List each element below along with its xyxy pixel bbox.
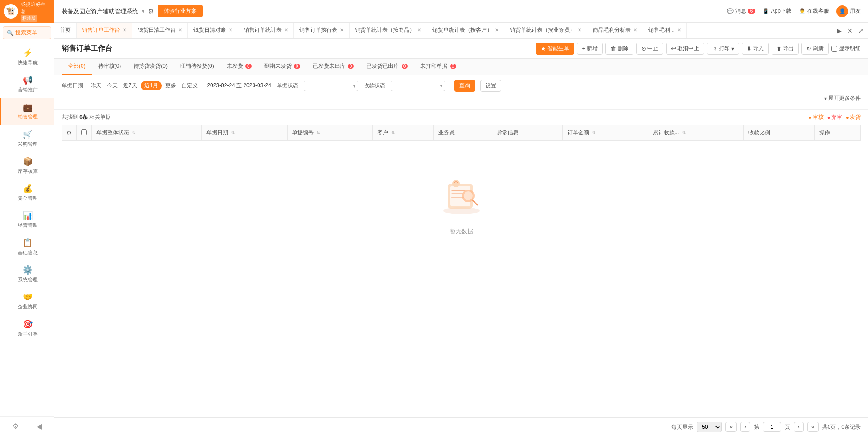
sub-tab-pending[interactable]: 待审核(0) — [92, 59, 128, 75]
select-all-checkbox[interactable] — [81, 129, 87, 135]
tab-close-cash-daily[interactable]: ✕ — [178, 28, 182, 33]
tab-close-sales-exec[interactable]: ✕ — [340, 28, 344, 33]
sidebar-item-newbie[interactable]: 🎯 新手引导 — [0, 315, 54, 342]
tab-close-summary-staff[interactable]: ✕ — [578, 28, 581, 33]
sidebar-item-enterprise[interactable]: 🤝 企业协同 — [0, 288, 54, 315]
sidebar-collapse-btn[interactable]: ◀ — [34, 420, 43, 432]
tab-sales-exec[interactable]: 销售订单执行表 ✕ — [294, 23, 350, 38]
date-opt-7days[interactable]: 近7天 — [121, 81, 139, 90]
sub-tab-all[interactable]: 全部(0) — [62, 59, 92, 75]
tab-cash-reconcile[interactable]: 钱货日清对账 ✕ — [188, 23, 238, 38]
sidebar-item-sales[interactable]: 💼 销售管理 — [0, 98, 54, 125]
payment-select-wrap — [391, 81, 445, 91]
show-detail-checkbox[interactable]: 显示明细 — [831, 45, 861, 52]
sub-tab-shipped-not-out[interactable]: 已发货未出库 0 — [307, 59, 360, 75]
first-page-btn[interactable]: « — [725, 422, 737, 432]
tab-close-sales-workbench[interactable]: ✕ — [123, 28, 126, 33]
refresh-button[interactable]: ↻ 刷新 — [801, 43, 829, 55]
tab-close-all-btn[interactable]: ✕ — [845, 26, 854, 35]
tab-close-sales-more[interactable]: ✕ — [677, 28, 681, 33]
tab-sales-summary-product[interactable]: 销货单统计表（按商品） ✕ — [350, 23, 427, 38]
export-button[interactable]: ⬆ 导出 — [772, 43, 799, 55]
sidebar-item-operations[interactable]: 📊 经营管理 — [0, 206, 54, 233]
payment-select[interactable] — [391, 81, 445, 91]
sidebar-item-basicinfo[interactable]: 📋 基础信息 — [0, 233, 54, 261]
tab-cash-daily[interactable]: 钱货日清工作台 ✕ — [132, 23, 188, 38]
tab-gross-profit[interactable]: 商品毛利分析表 ✕ — [587, 23, 643, 38]
approve-action-btn[interactable]: ● 审核 — [808, 114, 823, 121]
import-button[interactable]: ⬇ 导入 — [742, 43, 769, 55]
ship-action-btn[interactable]: ● 发货 — [846, 114, 861, 121]
sidebar-item-quicknav[interactable]: ⚡ 快捷导航 — [0, 43, 54, 71]
sidebar-item-purchase[interactable]: 🛒 采购管理 — [0, 125, 54, 152]
tab-maximize-btn[interactable]: ⤢ — [856, 26, 865, 35]
sub-tab-wangdian[interactable]: 旺铺待发货(0) — [174, 59, 221, 75]
sidebar-item-marketing[interactable]: 📢 营销推广 — [0, 71, 54, 98]
sidebar-nav: ⚡ 快捷导航 📢 营销推广 💼 销售管理 🛒 采购管理 📦 库存核算 💰 资金管… — [0, 43, 54, 416]
sidebar-item-system[interactable]: ⚙️ 系统管理 — [0, 261, 54, 288]
tab-sales-more[interactable]: 销售毛利... ✕ — [643, 23, 687, 38]
query-button[interactable]: 查询 — [454, 80, 475, 92]
smart-create-button[interactable]: ★ 智能生单 — [536, 43, 574, 55]
header-gear-icon[interactable]: ⚙ — [148, 8, 154, 15]
sidebar-item-inventory[interactable]: 📦 库存核算 — [0, 152, 54, 179]
online-service-item[interactable]: 👨‍💼 在线客服 — [799, 7, 829, 15]
th-received[interactable]: 累计收款... ⇅ — [648, 125, 743, 141]
tab-close-gross-profit[interactable]: ✕ — [633, 28, 637, 33]
tab-sales-summary-customer[interactable]: 销货单统计表（按客户） ✕ — [427, 23, 504, 38]
prev-page-btn[interactable]: ‹ — [740, 422, 750, 432]
filter-row-1: 单据日期 昨天 今天 近7天 近1月 更多 自定义 2023-02-24 至 2… — [62, 80, 861, 92]
header-right: 💬 消息 6 📱 App下载 👨‍💼 在线客服 👤 用友 — [727, 5, 861, 17]
sidebar-item-finance[interactable]: 💰 资金管理 — [0, 179, 54, 206]
status-select[interactable] — [304, 81, 358, 91]
expand-conditions-btn[interactable]: ▾ 展开更多条件 — [824, 95, 861, 102]
sidebar-settings-btn[interactable]: ⚙ — [10, 420, 20, 432]
date-opt-custom[interactable]: 自定义 — [180, 81, 200, 90]
sub-tab-pending-inspect[interactable]: 待拣货发货(0) — [127, 59, 174, 75]
refresh-icon: ↻ — [806, 45, 811, 52]
sub-tab-shipped-out[interactable]: 已发货已出库 0 — [360, 59, 414, 75]
next-page-btn[interactable]: › — [794, 422, 804, 432]
app-download-item[interactable]: 📱 App下载 — [762, 7, 791, 15]
sub-tab-not-printed[interactable]: 未打印单据 0 — [414, 59, 462, 75]
date-opt-today[interactable]: 今天 — [105, 81, 120, 90]
date-opt-yesterday[interactable]: 昨天 — [89, 81, 103, 90]
th-customer[interactable]: 客户 ⇅ — [373, 125, 433, 141]
last-page-btn[interactable]: » — [807, 422, 819, 432]
date-opt-1month[interactable]: 近1月 — [141, 81, 162, 90]
filter-settings-button[interactable]: 设置 — [480, 80, 501, 92]
th-number[interactable]: 单据编号 ⇅ — [287, 125, 373, 141]
th-status[interactable]: 单据整体状态 ⇅ — [92, 125, 202, 141]
delete-button[interactable]: 🗑 删除 — [605, 43, 633, 55]
tab-sales-stat[interactable]: 销售订单统计表 ✕ — [238, 23, 294, 38]
unapprove-action-btn[interactable]: ● 弃审 — [827, 114, 842, 121]
tab-home[interactable]: 首页 — [54, 23, 77, 38]
user-item[interactable]: 👤 用友 — [836, 5, 861, 17]
page-input[interactable] — [763, 422, 781, 432]
tab-sales-workbench[interactable]: 销售订单工作台 ✕ — [77, 23, 132, 38]
cancel-stop-button[interactable]: ↩ 取消中止 — [666, 43, 704, 55]
show-detail-input[interactable] — [831, 46, 837, 52]
tab-close-cash-reconcile[interactable]: ✕ — [229, 28, 232, 33]
new-button[interactable]: + 新增 — [577, 43, 603, 55]
page-size-select[interactable]: 50 20 100 — [697, 422, 722, 432]
stop-button[interactable]: ⊙ 中止 — [636, 43, 663, 55]
th-amount[interactable]: 订单金额 ⇅ — [562, 125, 648, 141]
solution-button[interactable]: 体验行业方案 — [158, 5, 203, 17]
print-button[interactable]: 🖨 打印 ▾ — [707, 43, 739, 55]
tab-close-summary-product[interactable]: ✕ — [417, 28, 421, 33]
th-date[interactable]: 单据日期 ⇅ — [202, 125, 288, 141]
tab-close-summary-customer[interactable]: ✕ — [495, 28, 499, 33]
th-settings[interactable]: ⚙ — [62, 125, 77, 141]
date-opt-more[interactable]: 更多 — [163, 81, 178, 90]
message-item[interactable]: 💬 消息 6 — [727, 7, 755, 15]
th-staff[interactable]: 业务员 — [433, 125, 492, 141]
header-dropdown-btn[interactable]: ▾ — [142, 8, 144, 14]
tab-close-sales-stat[interactable]: ✕ — [284, 28, 288, 33]
sub-tab-expired-not-shipped[interactable]: 到期未发货 0 — [258, 59, 307, 75]
tab-scroll-right-btn[interactable]: ▶ — [835, 26, 844, 35]
tab-sales-summary-staff[interactable]: 销货单统计表（按业务员） ✕ — [504, 23, 587, 38]
search-menu-button[interactable]: 🔍 搜索菜单 — [3, 26, 51, 39]
th-checkbox[interactable] — [77, 125, 92, 141]
sub-tab-not-shipped[interactable]: 未发货 0 — [221, 59, 258, 75]
